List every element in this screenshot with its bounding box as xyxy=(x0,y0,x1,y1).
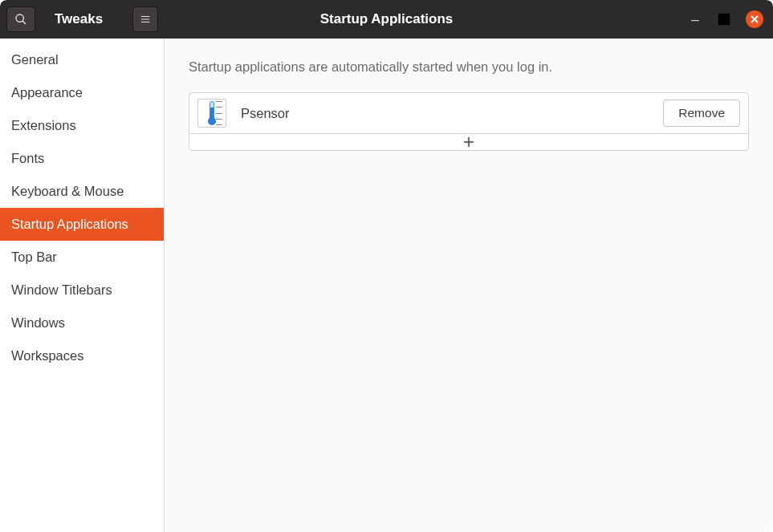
minimize-button[interactable]: – xyxy=(688,12,702,26)
sidebar-item-label: Extensions xyxy=(11,118,76,132)
body-area: General Appearance Extensions Fonts Keyb… xyxy=(0,39,773,532)
sidebar-item-label: Keyboard & Mouse xyxy=(11,184,124,198)
sidebar-item-fonts[interactable]: Fonts xyxy=(0,142,164,175)
sidebar-item-top-bar[interactable]: Top Bar xyxy=(0,241,164,274)
window: Tweaks Startup Applications – General Ap… xyxy=(0,0,773,532)
sidebar-item-label: Appearance xyxy=(11,85,83,99)
startup-app-row: Psensor Remove xyxy=(189,93,748,134)
sidebar-item-startup-applications[interactable]: Startup Applications xyxy=(0,208,164,241)
close-icon xyxy=(751,15,759,23)
sidebar-item-keyboard-mouse[interactable]: Keyboard & Mouse xyxy=(0,175,164,208)
window-controls: – xyxy=(688,10,773,28)
menu-button[interactable] xyxy=(132,6,158,32)
sidebar: General Appearance Extensions Fonts Keyb… xyxy=(0,39,165,532)
startup-app-list: Psensor Remove xyxy=(189,92,749,151)
titlebar-left: Tweaks xyxy=(0,6,165,32)
description-text: Startup applications are automatically s… xyxy=(189,59,749,75)
sidebar-item-workspaces[interactable]: Workspaces xyxy=(0,339,164,372)
search-button[interactable] xyxy=(6,6,35,32)
close-button[interactable] xyxy=(746,10,763,28)
sidebar-item-label: Workspaces xyxy=(11,348,83,363)
page-title: Startup Applications xyxy=(320,11,454,27)
add-startup-app-button[interactable] xyxy=(189,134,748,150)
sidebar-item-appearance[interactable]: Appearance xyxy=(0,76,164,109)
svg-rect-5 xyxy=(718,14,730,25)
plus-icon xyxy=(464,137,474,147)
svg-point-0 xyxy=(16,14,23,22)
remove-button[interactable]: Remove xyxy=(663,99,740,127)
maximize-button[interactable] xyxy=(717,12,731,26)
sidebar-item-label: Startup Applications xyxy=(11,217,128,231)
sidebar-item-window-titlebars[interactable]: Window Titlebars xyxy=(0,274,164,307)
svg-line-1 xyxy=(22,21,26,24)
startup-app-name: Psensor xyxy=(241,106,290,121)
app-title: Tweaks xyxy=(55,11,103,27)
thermometer-icon xyxy=(197,99,226,128)
sidebar-item-label: Top Bar xyxy=(11,250,57,264)
sidebar-item-general[interactable]: General xyxy=(0,43,164,76)
sidebar-item-label: General xyxy=(11,52,59,67)
sidebar-item-label: Window Titlebars xyxy=(11,282,112,297)
sidebar-item-label: Fonts xyxy=(11,151,44,165)
titlebar[interactable]: Tweaks Startup Applications – xyxy=(0,0,773,39)
sidebar-item-label: Windows xyxy=(11,315,65,330)
sidebar-item-windows[interactable]: Windows xyxy=(0,307,164,339)
hamburger-icon xyxy=(140,14,151,25)
sidebar-item-extensions[interactable]: Extensions xyxy=(0,109,164,142)
minimize-icon: – xyxy=(691,12,699,26)
maximize-icon xyxy=(717,12,731,26)
search-icon xyxy=(14,13,27,26)
content-area: Startup applications are automatically s… xyxy=(165,39,773,532)
